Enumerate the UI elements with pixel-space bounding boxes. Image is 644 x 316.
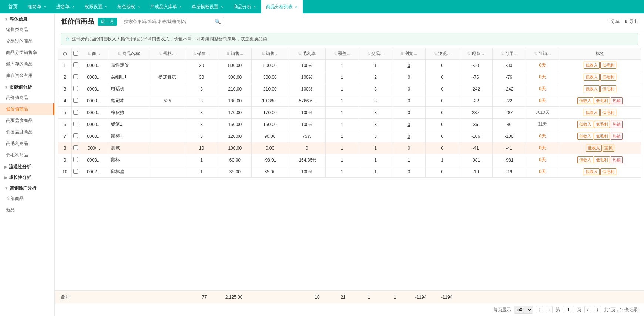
- last-page-button[interactable]: ⟩: [594, 306, 601, 313]
- sidebar-item-high-coverage[interactable]: 高覆盖度商品: [0, 115, 54, 126]
- sort-icon[interactable]: ⇅: [118, 52, 121, 56]
- th-sales1: ⇅ 销售...: [185, 48, 218, 60]
- sort-icon[interactable]: ⇅: [227, 52, 229, 56]
- next-page-button[interactable]: ›: [584, 306, 591, 313]
- row-checkbox-cell[interactable]: [72, 71, 80, 83]
- th-saleable-stock: ⇅ 可销...: [526, 48, 559, 60]
- nav-product-analysis-list[interactable]: 商品分析列表 ×: [261, 0, 302, 13]
- close-icon[interactable]: ×: [254, 4, 256, 9]
- row-checkbox[interactable]: [73, 157, 78, 162]
- row-checkbox-cell[interactable]: [72, 60, 80, 71]
- row-checkbox[interactable]: [73, 122, 78, 126]
- period-button[interactable]: 近一月: [98, 18, 117, 26]
- nav-product-warehousing[interactable]: 产成品入库单 ×: [145, 0, 187, 13]
- th-settings[interactable]: ⚙: [58, 48, 72, 60]
- browse-link[interactable]: 0: [407, 122, 410, 127]
- search-input[interactable]: [124, 19, 212, 24]
- row-checkbox-cell[interactable]: [72, 107, 80, 119]
- sidebar-group-contribution[interactable]: ▼ 贡献值分析: [0, 81, 54, 92]
- page-input[interactable]: [563, 306, 574, 313]
- browse-link[interactable]: 0: [407, 146, 410, 151]
- sidebar-item-sales-goods[interactable]: 销售类商品: [0, 24, 54, 35]
- browse-link[interactable]: 0: [407, 169, 410, 174]
- sort-icon[interactable]: ⇅: [193, 52, 196, 56]
- row-checkbox[interactable]: [73, 110, 78, 115]
- sidebar-item-category-sales-rate[interactable]: 商品分类销售率: [0, 47, 54, 58]
- sidebar-item-low-value[interactable]: 低价值商品: [0, 103, 54, 115]
- sidebar-group-growth[interactable]: ▶ 成长性分析: [0, 171, 54, 182]
- close-icon[interactable]: ×: [179, 4, 181, 9]
- tag-label: 低收入: [577, 133, 593, 140]
- row-checkbox-cell[interactable]: [72, 95, 80, 107]
- sort-icon[interactable]: ⇅: [400, 52, 403, 56]
- sidebar-item-all-goods[interactable]: 全部商品: [0, 193, 54, 204]
- row-checkbox[interactable]: [73, 133, 78, 138]
- close-icon[interactable]: ×: [72, 4, 74, 9]
- sort-icon[interactable]: ⇅: [334, 52, 337, 56]
- sort-icon[interactable]: ⇅: [262, 52, 265, 56]
- sidebar-item-high-margin[interactable]: 高毛利商品: [0, 138, 54, 149]
- sidebar-group-overall[interactable]: ▼ 整体信息: [0, 13, 54, 24]
- row-checkbox[interactable]: [73, 86, 78, 91]
- sales2-cell: 100.00: [218, 142, 252, 154]
- share-button[interactable]: ⤴ 分享: [607, 18, 620, 25]
- browse-link[interactable]: 0: [407, 63, 410, 68]
- row-checkbox[interactable]: [73, 98, 78, 103]
- export-button[interactable]: ⬇ 导出: [624, 18, 638, 25]
- browse-link[interactable]: 0: [407, 86, 410, 92]
- row-checkbox[interactable]: [73, 145, 78, 150]
- sidebar-item-low-margin[interactable]: 低毛利商品: [0, 149, 54, 161]
- close-icon[interactable]: ×: [295, 4, 297, 9]
- select-all-checkbox[interactable]: [73, 51, 78, 56]
- sort-icon[interactable]: ⇅: [298, 52, 301, 56]
- per-page-select[interactable]: 50 100 200: [514, 306, 533, 314]
- nav-sales-order[interactable]: 销货单 ×: [23, 0, 51, 13]
- sidebar-item-low-coverage[interactable]: 低覆盖度商品: [0, 126, 54, 138]
- close-icon[interactable]: ×: [44, 4, 46, 9]
- row-checkbox[interactable]: [73, 62, 78, 67]
- close-icon[interactable]: ×: [137, 4, 140, 9]
- row-checkbox-cell[interactable]: [72, 154, 80, 166]
- browse-link[interactable]: 0: [407, 134, 410, 139]
- sort-icon[interactable]: ⇅: [367, 52, 370, 56]
- sidebar-item-inventory-funds[interactable]: 库存资金占用: [0, 70, 54, 81]
- nav-purchase-order[interactable]: 进货单 ×: [51, 0, 79, 13]
- nav-template-settings[interactable]: 单据模板设置 ×: [187, 0, 228, 13]
- close-icon[interactable]: ×: [105, 4, 107, 9]
- nav-product-analysis[interactable]: 商品分析 ×: [228, 0, 261, 13]
- nav-home[interactable]: 首页: [3, 0, 23, 13]
- first-page-button[interactable]: ⟨: [536, 306, 543, 313]
- sidebar-item-new-goods[interactable]: 新品: [0, 204, 54, 216]
- row-checkbox-cell[interactable]: [72, 166, 80, 178]
- close-icon[interactable]: ×: [221, 4, 223, 9]
- browse-link[interactable]: 0: [407, 75, 410, 80]
- row-checkbox[interactable]: [73, 169, 78, 174]
- sort-icon[interactable]: ⇅: [467, 52, 470, 56]
- sort-icon[interactable]: ⇅: [534, 52, 537, 56]
- browse-link[interactable]: 0: [407, 110, 410, 115]
- sidebar-item-high-value[interactable]: 高价值商品: [0, 92, 54, 103]
- nav-role-auth[interactable]: 角色授权 ×: [112, 0, 145, 13]
- row-checkbox-cell[interactable]: [72, 119, 80, 130]
- settings-icon[interactable]: ⚙: [63, 51, 67, 57]
- code-cell: 0000...: [80, 71, 108, 83]
- row-checkbox[interactable]: [73, 74, 78, 79]
- sort-icon[interactable]: ⇅: [88, 52, 91, 56]
- search-icon[interactable]: 🔍: [215, 18, 221, 24]
- prev-page-button[interactable]: ‹: [546, 306, 553, 313]
- sort-icon[interactable]: ⇅: [159, 52, 162, 56]
- sort-icon[interactable]: ⇅: [434, 52, 437, 56]
- sidebar-item-slow-moving[interactable]: 滞库存的商品: [0, 58, 54, 70]
- th-checkbox[interactable]: [72, 48, 80, 60]
- sort-icon[interactable]: ⇅: [501, 52, 504, 56]
- browse1-cell: 0: [392, 119, 426, 130]
- row-checkbox-cell[interactable]: [72, 83, 80, 95]
- sidebar-group-circulation[interactable]: ▶ 流通性分析: [0, 161, 54, 171]
- row-checkbox-cell[interactable]: [72, 142, 80, 154]
- row-checkbox-cell[interactable]: [72, 130, 80, 142]
- nav-permission[interactable]: 权限设置 ×: [80, 0, 112, 13]
- browse-link[interactable]: 1: [407, 157, 410, 163]
- sidebar-item-traded-goods[interactable]: 交易过的商品: [0, 35, 54, 47]
- browse-link[interactable]: 0: [407, 98, 410, 103]
- sidebar-group-marketing[interactable]: ▼ 营销推广分析: [0, 182, 54, 193]
